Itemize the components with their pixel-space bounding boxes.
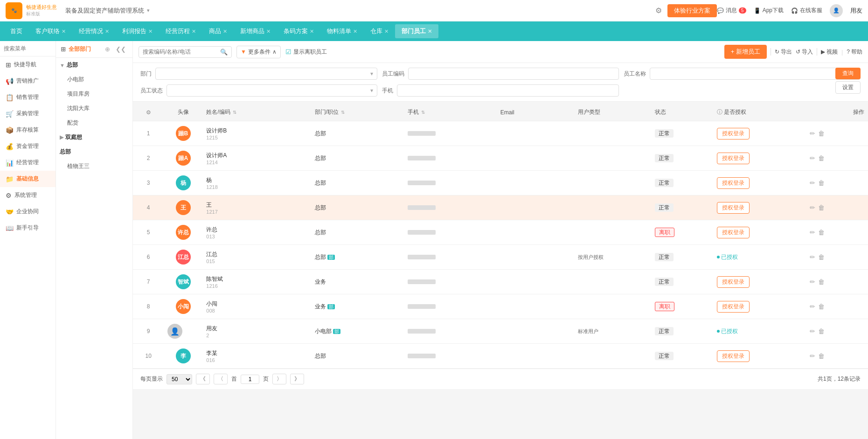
delete-icon[interactable]: 🗑 bbox=[818, 154, 825, 162]
first-page-btn[interactable]: 《 bbox=[196, 374, 210, 384]
sidebar-item-quick-nav[interactable]: ⊞ 快捷导航 bbox=[0, 56, 56, 73]
delete-icon[interactable]: 🗑 bbox=[818, 130, 825, 137]
auth-login-btn[interactable]: 授权登录 bbox=[717, 350, 750, 362]
dept-item-general[interactable]: ▼ 总部 bbox=[56, 58, 132, 72]
tab-bom-close-icon[interactable]: ✕ bbox=[353, 28, 357, 35]
dept-item-general2[interactable]: 总部 bbox=[56, 145, 132, 159]
tab-customer-close-icon[interactable]: ✕ bbox=[62, 28, 66, 35]
dept-item-double-dream[interactable]: ▶ 双庭想 bbox=[56, 130, 132, 145]
auth-login-btn[interactable]: 授权登录 bbox=[717, 153, 750, 164]
dept-dropdown-icon[interactable]: ▾ bbox=[370, 70, 373, 77]
app-download-btn[interactable]: 📱 App下载 bbox=[754, 7, 784, 14]
tab-history-close-icon[interactable]: ✕ bbox=[192, 28, 196, 35]
auth-login-btn[interactable]: 授权登录 bbox=[717, 202, 750, 214]
tab-new-goods[interactable]: 新增商品 ✕ bbox=[234, 24, 277, 38]
tab-operation[interactable]: 经营情况 ✕ bbox=[72, 24, 116, 38]
view-btn[interactable]: ▶ 视频 bbox=[821, 48, 838, 56]
tab-barcode-close-icon[interactable]: ✕ bbox=[310, 28, 314, 35]
delete-icon[interactable]: 🗑 bbox=[818, 303, 825, 310]
dept-item-project[interactable]: 项目库房 bbox=[56, 87, 132, 101]
status-filter-input[interactable]: ▾ bbox=[167, 84, 377, 97]
tab-bom[interactable]: 物料清单 ✕ bbox=[320, 24, 364, 38]
delete-icon[interactable]: 🗑 bbox=[818, 179, 825, 187]
sidebar-search-input[interactable] bbox=[4, 45, 56, 52]
sidebar-item-purchase[interactable]: 🛒 采购管理 bbox=[0, 105, 56, 122]
th-settings[interactable]: ⚙ bbox=[133, 104, 164, 121]
phone-filter-input[interactable] bbox=[397, 84, 619, 97]
tab-history[interactable]: 经营历程 ✕ bbox=[159, 24, 202, 38]
phone-input[interactable] bbox=[401, 87, 615, 94]
tab-warehouse-close-icon[interactable]: ✕ bbox=[384, 28, 389, 35]
tab-goods-close-icon[interactable]: ✕ bbox=[223, 28, 227, 35]
export-btn[interactable]: ↻ 导出 bbox=[775, 48, 792, 56]
dept-filter-input[interactable]: ▾ bbox=[155, 68, 377, 80]
prev-page-btn[interactable]: 〈 bbox=[214, 374, 228, 384]
edit-icon[interactable]: ✏ bbox=[810, 278, 815, 286]
auth-login-btn[interactable]: 授权登录 bbox=[717, 301, 750, 313]
page-input[interactable] bbox=[241, 375, 259, 384]
empcode-filter-input[interactable] bbox=[408, 68, 619, 80]
gear-icon[interactable]: ⚙ bbox=[655, 7, 662, 14]
user-avatar[interactable]: 👤 bbox=[830, 4, 843, 17]
sidebar-item-sales[interactable]: 📋 销售管理 bbox=[0, 89, 56, 105]
auth-login-btn[interactable]: 授权登录 bbox=[717, 276, 750, 288]
tab-warehouse[interactable]: 仓库 ✕ bbox=[364, 24, 395, 38]
dept-collapse-btn[interactable]: ❮❮ bbox=[114, 45, 128, 54]
delete-icon[interactable]: 🗑 bbox=[818, 229, 825, 236]
auth-login-btn[interactable]: 授权登录 bbox=[717, 227, 750, 238]
status-dropdown-icon[interactable]: ▾ bbox=[370, 87, 373, 94]
edit-icon[interactable]: ✏ bbox=[810, 253, 815, 261]
try-btn[interactable]: 体验行业方案 bbox=[667, 4, 717, 17]
delete-icon[interactable]: 🗑 bbox=[818, 204, 825, 211]
dept-item-plant[interactable]: 植物王三 bbox=[56, 159, 132, 174]
delete-icon[interactable]: 🗑 bbox=[818, 278, 825, 286]
tab-barcode[interactable]: 条码方案 ✕ bbox=[277, 24, 320, 38]
online-service-btn[interactable]: 🎧 在线客服 bbox=[791, 7, 822, 14]
dept-item-small-elec[interactable]: 小电部 bbox=[56, 72, 132, 87]
search-input[interactable] bbox=[143, 49, 218, 55]
show-resigned-toggle[interactable]: ☑ 显示离职员工 bbox=[285, 48, 327, 56]
edit-icon[interactable]: ✏ bbox=[810, 179, 815, 187]
edit-icon[interactable]: ✏ bbox=[810, 204, 815, 211]
delete-icon[interactable]: 🗑 bbox=[818, 328, 825, 335]
edit-icon[interactable]: ✏ bbox=[810, 130, 815, 137]
tab-customer[interactable]: 客户联络 ✕ bbox=[29, 24, 72, 38]
sidebar-item-operation[interactable]: 📊 经营管理 bbox=[0, 154, 56, 171]
set-btn[interactable]: 设置 bbox=[835, 81, 861, 94]
tab-profit[interactable]: 利润报告 ✕ bbox=[116, 24, 159, 38]
tab-goods[interactable]: 商品 ✕ bbox=[202, 24, 234, 38]
edit-icon[interactable]: ✏ bbox=[810, 328, 815, 335]
dept-all-label[interactable]: 全部部门 bbox=[69, 45, 91, 53]
more-filter-btn[interactable]: ▼ 更多条件 ∧ bbox=[236, 46, 281, 58]
sidebar-item-inventory[interactable]: 📦 库存核算 bbox=[0, 122, 56, 138]
query-btn[interactable]: 查询 bbox=[835, 68, 861, 79]
sidebar-item-basic[interactable]: 📁 基础信息 bbox=[0, 171, 56, 187]
empcode-input[interactable] bbox=[412, 70, 615, 77]
dropdown-arrow-icon[interactable]: ▾ bbox=[147, 7, 150, 14]
sidebar-item-capital[interactable]: 💰 资金管理 bbox=[0, 138, 56, 154]
sidebar-item-company[interactable]: 🤝 企业协同 bbox=[0, 203, 56, 220]
sidebar-item-system[interactable]: ⚙ 系统管理 bbox=[0, 187, 56, 203]
import-btn[interactable]: ↺ 导入 bbox=[796, 48, 813, 56]
tab-profit-close-icon[interactable]: ✕ bbox=[148, 28, 153, 35]
auth-login-btn[interactable]: 授权登录 bbox=[717, 128, 750, 139]
next-page-btn[interactable]: 〉 bbox=[272, 374, 286, 384]
help-btn[interactable]: ? 帮助 bbox=[847, 48, 862, 56]
message-btn[interactable]: 💬 消息 5 bbox=[717, 7, 746, 14]
empname-input[interactable] bbox=[654, 70, 856, 77]
tab-new-goods-close-icon[interactable]: ✕ bbox=[266, 28, 271, 35]
tab-operation-close-icon[interactable]: ✕ bbox=[105, 28, 109, 35]
tab-home[interactable]: 首页 bbox=[4, 24, 29, 38]
edit-icon[interactable]: ✏ bbox=[810, 303, 815, 310]
last-page-btn[interactable]: 》 bbox=[290, 374, 304, 384]
tab-employee[interactable]: 部门员工 ✕ bbox=[395, 24, 438, 38]
th-dept[interactable]: 部门/职位 ⇅ bbox=[311, 104, 404, 121]
edit-icon[interactable]: ✏ bbox=[810, 154, 815, 162]
auth-login-btn[interactable]: 授权登录 bbox=[717, 177, 750, 189]
dept-add-btn[interactable]: ⊕ bbox=[103, 45, 112, 54]
delete-icon[interactable]: 🗑 bbox=[818, 352, 825, 360]
add-employee-btn[interactable]: + 新增员工 bbox=[724, 45, 767, 59]
edit-icon[interactable]: ✏ bbox=[810, 352, 815, 360]
per-page-select[interactable]: 50 20 100 bbox=[167, 374, 192, 384]
sidebar-item-guide[interactable]: 📖 新手引导 bbox=[0, 220, 56, 236]
